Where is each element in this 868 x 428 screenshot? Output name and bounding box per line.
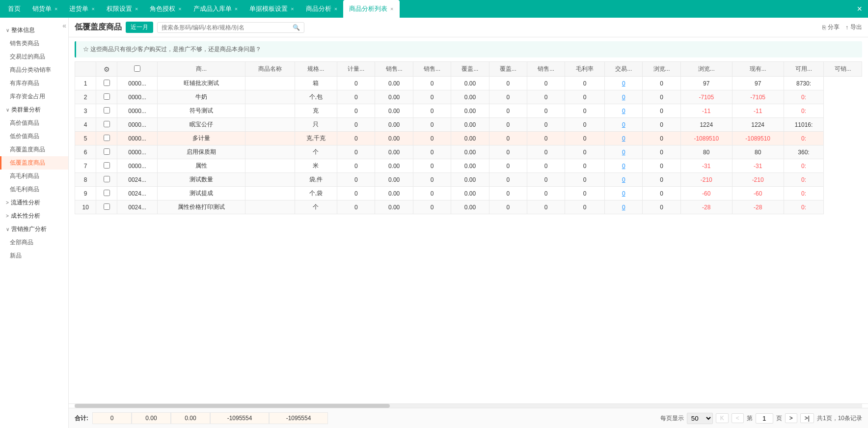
browse-link[interactable]: 0 xyxy=(622,135,625,142)
row-cell-trade[interactable]: 0 xyxy=(605,77,643,90)
row-cell-settings[interactable] xyxy=(96,132,117,145)
nav-tab-单据模板设置[interactable]: 单据模板设置× xyxy=(244,0,299,18)
sidebar-item-新品[interactable]: 新品 xyxy=(0,249,68,262)
sidebar-collapse-button[interactable]: « xyxy=(62,22,66,29)
col-header-trade[interactable]: 交易... xyxy=(605,62,643,77)
sidebar-group-成长性分析[interactable]: >成长性分析 xyxy=(0,209,68,223)
nav-tab-close-商品分析[interactable]: × xyxy=(334,6,337,12)
first-page-button[interactable]: K xyxy=(716,413,729,423)
page-size-select[interactable]: 2050100 xyxy=(687,413,713,424)
row-checkbox[interactable] xyxy=(104,107,110,114)
export-button[interactable]: ↑ 导出 xyxy=(845,23,862,31)
row-cell-trade[interactable]: 0 xyxy=(605,159,643,173)
col-header-sellable[interactable]: 可销... xyxy=(824,62,862,77)
nav-tab-close-单据模板设置[interactable]: × xyxy=(291,6,294,12)
row-cell-settings[interactable] xyxy=(96,77,117,90)
row-cell-settings[interactable] xyxy=(96,173,117,187)
sidebar-item-高毛利商品[interactable]: 高毛利商品 xyxy=(0,170,68,183)
browse-link[interactable]: 0 xyxy=(622,190,625,197)
row-cell-trade[interactable]: 0 xyxy=(605,145,643,159)
nav-tab-close-商品分析列表[interactable]: × xyxy=(390,6,393,12)
sidebar-group-流通性分析[interactable]: >流通性分析 xyxy=(0,196,68,209)
col-header-spec[interactable]: 规格... xyxy=(295,62,337,77)
close-all-tabs-button[interactable]: × xyxy=(857,4,862,14)
browse-link[interactable]: 0 xyxy=(622,204,625,211)
next-page-button[interactable]: > xyxy=(785,413,797,423)
row-cell-settings[interactable] xyxy=(96,200,117,214)
nav-tab-销货单[interactable]: 销货单× xyxy=(27,0,63,18)
col-header-sales_amt[interactable]: 销售... xyxy=(413,62,451,77)
row-cell-trade[interactable]: 0 xyxy=(605,187,643,200)
nav-tab-商品分析[interactable]: 商品分析× xyxy=(300,0,343,18)
col-header-settings[interactable]: ⚙ xyxy=(96,62,117,77)
row-checkbox[interactable] xyxy=(104,203,110,210)
sidebar-item-低覆盖度商品[interactable]: 低覆盖度商品 xyxy=(0,156,68,170)
browse-link[interactable]: 0 xyxy=(622,108,625,114)
search-input[interactable] xyxy=(162,24,291,31)
row-checkbox[interactable] xyxy=(104,80,110,86)
row-checkbox[interactable] xyxy=(104,176,110,182)
nav-tab-close-产成品入库单[interactable]: × xyxy=(235,6,238,12)
sidebar-group-营销推广分析[interactable]: ∨营销推广分析 xyxy=(0,223,68,236)
col-header-checkbox[interactable] xyxy=(117,62,158,77)
nav-tab-商品分析列表[interactable]: 商品分析列表× xyxy=(343,0,399,18)
col-header-code[interactable]: 商... xyxy=(158,62,245,77)
row-cell-trade[interactable]: 0 xyxy=(605,173,643,187)
row-checkbox[interactable] xyxy=(104,135,110,141)
browse-link[interactable]: 0 xyxy=(622,176,625,183)
row-cell-settings[interactable] xyxy=(96,118,117,132)
row-cell-settings[interactable] xyxy=(96,187,117,200)
col-header-name[interactable]: 商品名称 xyxy=(245,62,295,77)
sidebar-item-销售类商品[interactable]: 销售类商品 xyxy=(0,37,68,50)
sidebar-item-低毛利商品[interactable]: 低毛利商品 xyxy=(0,183,68,196)
sidebar-item-全部商品[interactable]: 全部商品 xyxy=(0,236,68,249)
nav-tab-进货单[interactable]: 进货单× xyxy=(63,0,100,18)
sidebar-item-高价值商品[interactable]: 高价值商品 xyxy=(0,116,68,130)
nav-tab-权限设置[interactable]: 权限设置× xyxy=(101,0,144,18)
prev-page-button[interactable]: < xyxy=(732,413,744,423)
col-header-gross_rate[interactable]: 毛利率 xyxy=(565,62,605,77)
sidebar-group-类群量分析[interactable]: ∨类群量分析 xyxy=(0,103,68,116)
row-checkbox[interactable] xyxy=(104,190,110,196)
gear-icon[interactable]: ⚙ xyxy=(104,65,110,73)
share-button[interactable]: ⎘ 分享 xyxy=(822,23,840,31)
nav-tab-角色授权[interactable]: 角色授权× xyxy=(144,0,187,18)
data-table-wrap[interactable]: ⚙商...商品名称规格...计量...销售...销售...覆盖...覆盖...销… xyxy=(69,61,868,403)
col-header-sales_x[interactable]: 销售... xyxy=(527,62,565,77)
period-button[interactable]: 近一月 xyxy=(126,22,153,33)
sidebar-item-库存资金占用[interactable]: 库存资金占用 xyxy=(0,90,68,103)
row-checkbox[interactable] xyxy=(104,93,110,100)
col-header-current[interactable]: 现有... xyxy=(732,62,784,77)
sidebar-item-有库存商品[interactable]: 有库存商品 xyxy=(0,77,68,90)
nav-tab-close-权限设置[interactable]: × xyxy=(135,6,138,12)
browse-link[interactable]: 0 xyxy=(622,163,625,170)
row-cell-trade[interactable]: 0 xyxy=(605,90,643,104)
sidebar-item-商品分类动销率[interactable]: 商品分类动销率 xyxy=(0,63,68,77)
sidebar-item-高覆盖度商品[interactable]: 高覆盖度商品 xyxy=(0,143,68,156)
nav-tab-首页[interactable]: 首页 xyxy=(2,0,27,18)
sidebar-item-低价值商品[interactable]: 低价值商品 xyxy=(0,130,68,143)
col-header-browse1[interactable]: 浏览... xyxy=(643,62,680,77)
row-checkbox[interactable] xyxy=(104,148,110,155)
browse-link[interactable]: 0 xyxy=(622,121,625,128)
page-number-input[interactable] xyxy=(756,413,773,424)
row-cell-trade[interactable]: 0 xyxy=(605,132,643,145)
col-header-browse2[interactable]: 浏览... xyxy=(680,62,732,77)
col-header-available[interactable]: 可用... xyxy=(784,62,824,77)
browse-link[interactable]: 0 xyxy=(622,80,625,87)
nav-tab-产成品入库单[interactable]: 产成品入库单× xyxy=(188,0,244,18)
row-cell-settings[interactable] xyxy=(96,159,117,173)
sidebar-group-整体信息[interactable]: ∨整体信息 xyxy=(0,24,68,37)
nav-tab-close-角色授权[interactable]: × xyxy=(178,6,181,12)
browse-link[interactable]: 0 xyxy=(622,94,625,101)
sidebar-item-交易过的商品[interactable]: 交易过的商品 xyxy=(0,50,68,63)
row-cell-settings[interactable] xyxy=(96,104,117,118)
col-header-sales_qty[interactable]: 销售... xyxy=(375,62,413,77)
row-cell-trade[interactable]: 0 xyxy=(605,104,643,118)
row-cell-trade[interactable]: 0 xyxy=(605,200,643,214)
col-header-cover2[interactable]: 覆盖... xyxy=(489,62,527,77)
last-page-button[interactable]: >| xyxy=(800,413,814,423)
row-checkbox[interactable] xyxy=(104,121,110,127)
row-checkbox[interactable] xyxy=(104,162,110,169)
horizontal-scrollbar[interactable] xyxy=(75,404,390,408)
